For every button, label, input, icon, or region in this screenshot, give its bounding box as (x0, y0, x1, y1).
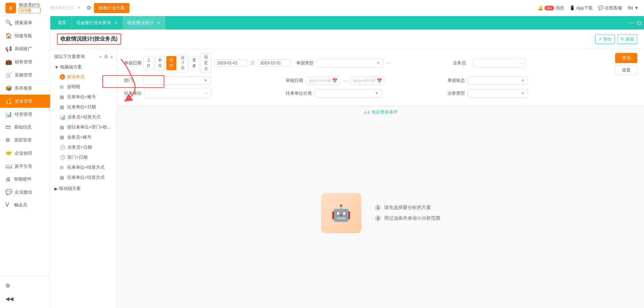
tab-collection-stats[interactable]: 收款情况统计 ✕ (123, 16, 165, 30)
header-settings-icon[interactable]: ⚙ (87, 5, 91, 11)
scheme-group-desktop-title[interactable]: ▼ 电脑端方案 (50, 62, 117, 72)
tab-bank-flow-close[interactable]: ✕ (114, 20, 118, 25)
scheme-item-unit-settle2[interactable]: ▦ 往来单位+结算方式 (50, 172, 117, 183)
type-select[interactable]: ▼ (316, 59, 383, 67)
app-download-btn[interactable]: 📱 App下载 (570, 5, 593, 11)
salesman-select[interactable]: ··· (472, 59, 526, 67)
type-more-dots[interactable]: ··· (386, 60, 390, 66)
counterpart-more-btn[interactable]: ··· (204, 90, 208, 96)
salesman-label: 业务员 (453, 60, 470, 66)
tab-collection-stats-close[interactable]: ✕ (157, 20, 160, 25)
empty-state: 🤖 1 请先选择要分析的方案 2 用过滤条件来缩小分析范围 (117, 118, 644, 308)
sidebar-item-bottom-collapse[interactable]: ◀◀ (0, 292, 50, 305)
chevron-down-icon: ▼ (634, 5, 639, 10)
sidebar-item-quicknav[interactable]: 🏠 快捷导航 (0, 29, 50, 42)
date-start-input[interactable]: 2023-01-01 (214, 59, 248, 67)
sidebar-item-hardware[interactable]: 🖨 智能硬件 (0, 173, 50, 186)
sidebar-bottom: ⚙ ◀◀ (0, 276, 50, 308)
notification-btn[interactable]: 🔔 99+ 消息 (538, 5, 564, 11)
scheme-item-salesman-account[interactable]: ▦ 业务员+账号 (50, 132, 117, 142)
calendar-icon-2: 📅 (377, 78, 382, 83)
type-label: 单据类型 (296, 60, 314, 66)
scheme-item-unit-settle1[interactable]: ⊞ 往来单位+结算方式 (50, 162, 117, 172)
export-button[interactable]: ↗ 导出 (595, 35, 615, 44)
sidebar-item-guide[interactable]: 📖 新手引导 (0, 160, 50, 173)
sidebar-label-wechat: 企业微信 (15, 189, 32, 195)
collapse-bar[interactable]: ∧∧ 收起更多条件 (117, 106, 644, 118)
biz-type-select[interactable]: ▼ (468, 89, 528, 98)
chevron-right-icon: ▶ (54, 186, 58, 191)
filter-field-review-date: 审核日期 yyyy-mm-dd 📅 — yyyy-mm-dd 📅 (286, 77, 442, 85)
sidebar-item-wechat[interactable]: 💬 企业微信 (0, 186, 50, 199)
scheme-settings-icon[interactable]: ⚙ (104, 54, 108, 59)
counterpart-select[interactable]: ··· (144, 88, 211, 98)
scheme-add-icon[interactable]: + (99, 54, 102, 59)
scheme-item-unit-date-label: 往来单位+日期 (67, 104, 96, 110)
sidebar-item-sales[interactable]: 💼 销售管理 (0, 55, 50, 68)
member-icon: V (5, 202, 11, 208)
sidebar-item-finance[interactable]: 💰 资金管理 (0, 95, 50, 108)
date-btn-more[interactable]: 更多 (189, 56, 199, 70)
hardware-icon: 🖨 (5, 176, 11, 182)
tab-home[interactable]: 首页 (53, 16, 71, 30)
query-button[interactable]: 查询 (615, 53, 637, 63)
salesman-account-icon: ▦ (60, 135, 65, 140)
sidebar-item-operations[interactable]: 📊 经营管理 (0, 108, 50, 121)
sidebar-item-purchase[interactable]: 🛒 采购管理 (0, 68, 50, 82)
sidebar-item-member[interactable]: V 畅会员 (0, 199, 50, 211)
scheme-item-dept-date[interactable]: 🕐 部门+日期 (50, 152, 117, 162)
sidebar-label-system: 系统管理 (14, 137, 32, 143)
sidebar-item-system[interactable]: ⚙ 系统管理 (0, 134, 50, 147)
settings-button[interactable]: 设置 (615, 65, 637, 75)
scheme-item-by-salesman[interactable]: ● 按业务员 (50, 72, 117, 82)
counterpart-category-select[interactable]: ▼ (315, 89, 382, 98)
unit-settle2-icon: ▦ (60, 175, 65, 180)
tab-minimize-icon[interactable]: — (629, 20, 634, 26)
date-end-input[interactable]: 2023-12-31 (257, 59, 291, 67)
tab-collection-stats-label: 收款情况统计 (127, 20, 154, 26)
date-btn-custom[interactable]: 自定义 (201, 53, 211, 73)
sidebar-item-basic[interactable]: 🗃 基础信息 (0, 121, 50, 134)
date-btn-last-month[interactable]: 上月 (144, 56, 154, 70)
scheme-group-mobile: ▶ 移动端方案 (50, 183, 117, 194)
collapse-icon: ◀◀ (5, 296, 13, 302)
review-end-input[interactable]: yyyy-mm-dd 📅 (350, 77, 385, 85)
sidebar-item-bottom-settings[interactable]: ⚙ (0, 279, 50, 292)
scheme-desktop-label: 电脑端方案 (60, 64, 82, 70)
doc-status-select[interactable]: ▼ (468, 76, 528, 85)
dept-dropdown-icon: ▼ (204, 78, 208, 83)
scheme-item-salesman-date[interactable]: 🕐 业务员+日期 (50, 142, 117, 152)
scheme-item-unit-account[interactable]: ▦ 往来单位+账号 (50, 92, 117, 102)
review-start-input[interactable]: yyyy-mm-dd 📅 (306, 77, 340, 85)
review-start-placeholder: yyyy-mm-dd (309, 78, 331, 83)
scheme-item-detail-label: 按明细 (67, 84, 80, 90)
user-avatar[interactable]: Rit ▼ (628, 5, 639, 10)
date-btn-this-month[interactable]: 本月 (155, 56, 165, 70)
date-btn-this-year[interactable]: 本年 (166, 56, 176, 70)
date-btn-7days[interactable]: 近7天 (178, 54, 188, 72)
tab-maximize-icon[interactable]: ⊡ (637, 20, 641, 26)
sidebar-item-enterprise[interactable]: 🤝 企业协同 (0, 147, 50, 160)
empty-tip-1: 1 请先选择要分析的方案 (375, 204, 440, 211)
tab-bank-flow[interactable]: 现金银行流水查询 ✕ (71, 16, 123, 30)
empty-state-inner: 🤖 1 请先选择要分析的方案 2 用过滤条件来缩小分析范围 (321, 193, 440, 233)
service-icon: 💬 (598, 5, 603, 10)
scheme-item-by-detail[interactable]: ⊞ 按明细 (50, 82, 117, 92)
scheme-collapse-icon[interactable]: « (110, 54, 113, 59)
review-date-label: 审核日期 (286, 78, 303, 84)
biz-type-label: 业务类型 (447, 90, 465, 96)
scheme-group-mobile-title[interactable]: ▶ 移动端方案 (50, 184, 117, 193)
dept-select[interactable]: ▼ (144, 76, 211, 85)
sidebar-item-inventory[interactable]: 📦 库存核算 (0, 82, 50, 95)
scheme-item-salesman-settle[interactable]: 📊 业务员+结算方式 (50, 112, 117, 122)
collapse-up-icon: ∧∧ (364, 110, 370, 115)
refresh-button[interactable]: ↻ 刷新 (618, 35, 637, 44)
trial-button[interactable]: 体验行业方案 (94, 3, 129, 13)
online-service-btn[interactable]: 💬 在线客服 (598, 5, 622, 11)
scheme-item-salesman-date-label: 业务员+日期 (67, 144, 92, 150)
sidebar-item-search[interactable]: 🔍 搜索菜单 (0, 16, 50, 29)
scheme-item-unit-dept[interactable]: ▦ 按往来单位+部门+收... (50, 122, 117, 132)
finance-icon: 💰 (5, 98, 12, 104)
sidebar-item-marketing[interactable]: 📢 营销推广 (0, 42, 50, 55)
scheme-item-unit-date[interactable]: ▦ 往来单位+日期 (50, 102, 117, 112)
